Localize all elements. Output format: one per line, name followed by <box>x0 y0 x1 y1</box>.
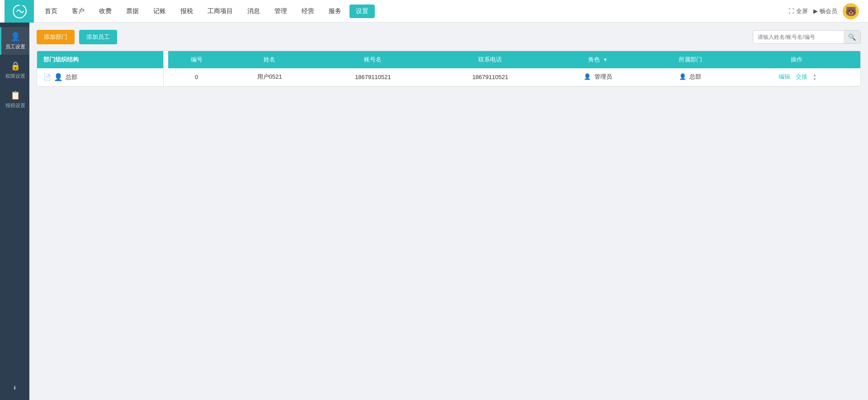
nav-message[interactable]: 消息 <box>241 5 266 18</box>
transfer-link[interactable]: 交接 <box>796 73 807 80</box>
avatar[interactable]: 🐻 <box>843 3 859 19</box>
role-value: 管理员 <box>594 73 612 80</box>
download-icon: ⬇ <box>13 385 17 391</box>
role-label: 角色 <box>588 56 600 63</box>
nav-customer[interactable]: 客户 <box>66 5 91 18</box>
edit-link[interactable]: 编辑 <box>778 73 790 80</box>
col-dept: 所属部门 <box>647 51 733 68</box>
person-icon: 👤 <box>10 32 20 42</box>
search-button[interactable]: 🔍 <box>844 31 860 43</box>
role-user-icon: 👤 <box>584 73 591 80</box>
dept-name: 总部 <box>66 73 77 81</box>
nav-home[interactable]: 首页 <box>38 5 64 18</box>
nav-fees[interactable]: 收费 <box>93 5 118 18</box>
tax-icon: 📋 <box>10 90 20 100</box>
cell-actions: 编辑 交接 ▲ ▼ <box>733 68 860 86</box>
nav-accounting[interactable]: 记账 <box>147 5 172 18</box>
main-nav: 首页 客户 收费 票据 记账 报税 工商项目 消息 管理 经营 服务 设置 <box>34 5 788 18</box>
nav-right: ⛶ 全屏 ▶ 畅会员 🐻 <box>788 3 863 19</box>
nav-operation[interactable]: 经营 <box>295 5 321 18</box>
cell-id: 0 <box>168 68 225 86</box>
sidebar-bottom-download[interactable]: ⬇ <box>0 381 29 395</box>
nav-bills[interactable]: 票据 <box>120 5 145 18</box>
cell-dept: 👤 总部 <box>647 68 733 86</box>
sidebar-label-permissions: 权限设置 <box>5 73 25 80</box>
emp-table-wrap: 编号 姓名 账号名 联系电话 角色 ▼ 所属部门 操作 <box>168 51 860 86</box>
table-body: 0 用户0521 18679110521 18679110521 👤 管理员 👤… <box>168 68 860 86</box>
file-icon: 📄 <box>43 74 51 81</box>
nav-settings[interactable]: 设置 <box>349 5 375 18</box>
logo <box>5 0 34 23</box>
vip-icon: ▶ <box>813 8 818 14</box>
col-id: 编号 <box>168 51 225 68</box>
sidebar-item-permissions[interactable]: 🔒 权限设置 <box>0 56 29 84</box>
table-header-row: 编号 姓名 账号名 联系电话 角色 ▼ 所属部门 操作 <box>168 51 860 68</box>
cell-name: 用户0521 <box>225 68 314 86</box>
fullscreen-label: 全屏 <box>796 7 808 15</box>
dept-user-icon: 👤 <box>679 73 686 80</box>
col-role: 角色 ▼ <box>549 51 647 68</box>
nav-tax[interactable]: 报税 <box>174 5 199 18</box>
col-account: 账号名 <box>314 51 432 68</box>
cell-phone: 18679110521 <box>432 68 549 86</box>
fullscreen-btn[interactable]: ⛶ 全屏 <box>788 7 808 15</box>
layout: 👤 员工设置 🔒 权限设置 📋 报税设置 ⬇ 添加部门 添加员工 🔍 <box>0 23 868 400</box>
sidebar-item-employee[interactable]: 👤 员工设置 <box>0 27 29 55</box>
dept-value: 总部 <box>689 73 701 80</box>
dept-tree-item-general[interactable]: 📄 👤 总部 <box>37 68 163 86</box>
lock-icon: 🔒 <box>10 61 20 71</box>
nav-service[interactable]: 服务 <box>322 5 348 18</box>
user-icon: 👤 <box>54 73 63 81</box>
top-nav: 首页 客户 收费 票据 记账 报税 工商项目 消息 管理 经营 服务 设置 ⛶ … <box>0 0 868 23</box>
search-input[interactable] <box>753 31 844 43</box>
col-name: 姓名 <box>225 51 314 68</box>
content-panel: 部门组织结构 📄 👤 总部 编号 姓名 账号名 联系电话 <box>37 51 861 87</box>
action-bar: 添加部门 添加员工 🔍 <box>37 30 861 44</box>
add-dept-button[interactable]: 添加部门 <box>37 30 75 44</box>
fullscreen-icon: ⛶ <box>788 8 794 14</box>
dept-tree-header: 部门组织结构 <box>37 51 163 68</box>
sidebar-label-taxsettings: 报税设置 <box>5 102 25 109</box>
nav-manage[interactable]: 管理 <box>268 5 293 18</box>
col-phone: 联系电话 <box>432 51 549 68</box>
cell-role: 👤 管理员 <box>549 68 647 86</box>
sidebar-label-employee: 员工设置 <box>5 43 25 50</box>
main-content: 添加部门 添加员工 🔍 部门组织结构 📄 👤 总部 <box>29 23 868 400</box>
vip-label: 畅会员 <box>820 7 837 15</box>
row-scroll-arrows: ▲ ▼ <box>813 73 817 81</box>
employee-table: 编号 姓名 账号名 联系电话 角色 ▼ 所属部门 操作 <box>168 51 860 86</box>
scroll-down-arrow[interactable]: ▼ <box>813 77 817 81</box>
table-row: 0 用户0521 18679110521 18679110521 👤 管理员 👤… <box>168 68 860 86</box>
dept-tree: 部门组织结构 📄 👤 总部 <box>37 51 164 86</box>
sidebar: 👤 员工设置 🔒 权限设置 📋 报税设置 ⬇ <box>0 23 29 400</box>
col-actions: 操作 <box>733 51 860 68</box>
sidebar-item-taxsettings[interactable]: 📋 报税设置 <box>0 86 29 113</box>
cell-account: 18679110521 <box>314 68 432 86</box>
search-bar: 🔍 <box>753 30 861 44</box>
nav-business[interactable]: 工商项目 <box>201 5 239 18</box>
vip-btn[interactable]: ▶ 畅会员 <box>813 7 837 15</box>
add-emp-button[interactable]: 添加员工 <box>79 30 117 44</box>
filter-icon[interactable]: ▼ <box>603 57 608 62</box>
